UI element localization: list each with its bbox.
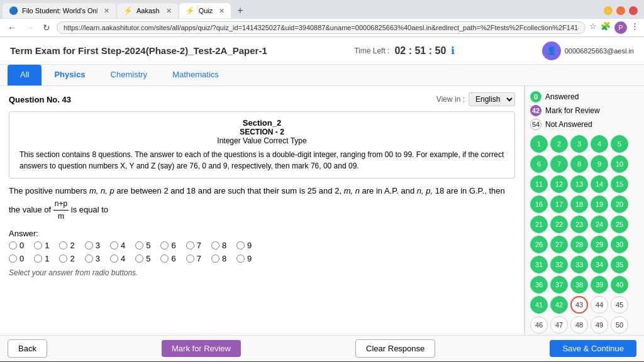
question-btn-48[interactable]: 48 — [570, 316, 588, 334]
question-btn-6[interactable]: 6 — [530, 155, 548, 173]
question-btn-25[interactable]: 25 — [611, 216, 628, 233]
question-btn-38[interactable]: 38 — [570, 276, 588, 293]
question-btn-23[interactable]: 23 — [570, 216, 588, 233]
question-btn-43[interactable]: 43 — [570, 296, 588, 314]
radio-input-row1-6[interactable] — [160, 241, 169, 250]
question-btn-19[interactable]: 19 — [591, 195, 608, 213]
extensions-icon[interactable]: 🧩 — [601, 21, 611, 34]
question-btn-8[interactable]: 8 — [570, 155, 588, 173]
radio-input-row1-3[interactable] — [85, 241, 93, 250]
question-btn-47[interactable]: 47 — [550, 316, 568, 334]
radio-input-row2-1[interactable] — [34, 255, 42, 263]
tab-all[interactable]: All — [8, 65, 42, 85]
radio-input-row1-7[interactable] — [186, 241, 194, 250]
question-btn-36[interactable]: 36 — [530, 276, 548, 293]
question-btn-46[interactable]: 46 — [530, 316, 548, 334]
question-btn-34[interactable]: 34 — [591, 256, 608, 273]
forward-nav-btn[interactable]: → — [23, 21, 36, 34]
question-btn-1[interactable]: 1 — [530, 135, 548, 153]
radio-input-row1-5[interactable] — [135, 241, 143, 250]
question-btn-49[interactable]: 49 — [591, 316, 608, 334]
radio-input-row2-0[interactable] — [9, 255, 17, 263]
radio-input-row2-9[interactable] — [236, 255, 245, 263]
question-btn-45[interactable]: 45 — [611, 296, 628, 314]
radio-input-row1-9[interactable] — [236, 241, 245, 250]
language-select[interactable]: English Hindi — [469, 92, 515, 106]
question-btn-40[interactable]: 40 — [611, 276, 628, 293]
question-btn-21[interactable]: 21 — [530, 216, 548, 233]
menu-icon[interactable]: ⋮ — [631, 21, 639, 34]
question-btn-28[interactable]: 28 — [570, 236, 588, 253]
question-btn-18[interactable]: 18 — [570, 195, 588, 213]
clear-response-button[interactable]: Clear Response — [355, 339, 435, 358]
question-btn-42[interactable]: 42 — [550, 296, 568, 314]
question-btn-3[interactable]: 3 — [570, 135, 588, 153]
question-btn-30[interactable]: 30 — [611, 236, 628, 253]
new-tab-button[interactable]: + — [232, 3, 248, 19]
question-btn-14[interactable]: 14 — [591, 175, 608, 193]
radio-input-row1-8[interactable] — [211, 241, 219, 250]
question-btn-5[interactable]: 5 — [611, 135, 628, 153]
question-btn-22[interactable]: 22 — [550, 216, 568, 233]
profile-icon[interactable]: P — [614, 21, 627, 34]
radio-input-row2-6[interactable] — [160, 255, 169, 263]
mark-for-review-button[interactable]: Mark for Review — [162, 340, 241, 357]
question-btn-2[interactable]: 2 — [550, 135, 568, 153]
radio-input-row2-5[interactable] — [135, 255, 143, 263]
maximize-btn[interactable] — [616, 6, 625, 15]
question-btn-50[interactable]: 50 — [611, 316, 628, 334]
question-btn-9[interactable]: 9 — [591, 155, 608, 173]
close-btn[interactable] — [629, 6, 638, 15]
question-btn-27[interactable]: 27 — [550, 236, 568, 253]
tab-close-aakash[interactable]: ✕ — [166, 7, 172, 15]
question-btn-7[interactable]: 7 — [550, 155, 568, 173]
question-btn-16[interactable]: 16 — [530, 195, 548, 213]
legend-not-answered: 54 Not Answered — [530, 119, 639, 130]
question-btn-20[interactable]: 20 — [611, 195, 628, 213]
minimize-btn[interactable] — [604, 6, 613, 15]
question-btn-33[interactable]: 33 — [570, 256, 588, 273]
reload-btn[interactable]: ↻ — [40, 21, 53, 34]
question-btn-44[interactable]: 44 — [591, 296, 608, 314]
back-button[interactable]: Back — [8, 339, 47, 358]
question-btn-32[interactable]: 32 — [550, 256, 568, 273]
view-in-label: View in : — [436, 95, 465, 104]
save-continue-button[interactable]: Save & Continue — [550, 340, 636, 357]
address-input[interactable] — [57, 21, 586, 34]
tab-mathematics[interactable]: Mathematics — [160, 65, 231, 85]
question-btn-13[interactable]: 13 — [570, 175, 588, 193]
radio-input-row1-1[interactable] — [34, 241, 42, 250]
question-btn-31[interactable]: 31 — [530, 256, 548, 273]
radio-input-row1-4[interactable] — [110, 241, 118, 250]
question-btn-12[interactable]: 12 — [550, 175, 568, 193]
tab-close-filo[interactable]: ✕ — [104, 7, 109, 15]
browser-tab-aakash[interactable]: ⚡ Aakash ✕ — [117, 3, 178, 18]
browser-tab-quiz[interactable]: ⚡ Quiz ✕ — [179, 3, 231, 18]
radio-input-row2-8[interactable] — [211, 255, 219, 263]
radio-input-row2-2[interactable] — [59, 255, 67, 263]
radio-input-row2-7[interactable] — [186, 255, 194, 263]
browser-tab-filo[interactable]: 🔵 Filo Student: World's Only Live In... … — [3, 3, 116, 18]
question-btn-37[interactable]: 37 — [550, 276, 568, 293]
question-btn-11[interactable]: 11 — [530, 175, 548, 193]
question-btn-10[interactable]: 10 — [611, 155, 628, 173]
question-btn-39[interactable]: 39 — [591, 276, 608, 293]
bookmark-icon[interactable]: ☆ — [589, 21, 597, 34]
question-btn-29[interactable]: 29 — [591, 236, 608, 253]
radio-input-row2-4[interactable] — [110, 255, 118, 263]
question-btn-24[interactable]: 24 — [591, 216, 608, 233]
tab-physics[interactable]: Physics — [42, 65, 97, 85]
back-nav-btn[interactable]: ← — [5, 21, 19, 34]
tab-chemistry[interactable]: Chemistry — [98, 65, 160, 85]
question-btn-17[interactable]: 17 — [550, 195, 568, 213]
info-icon[interactable]: ℹ — [451, 45, 455, 57]
question-btn-26[interactable]: 26 — [530, 236, 548, 253]
tab-close-quiz[interactable]: ✕ — [219, 7, 225, 15]
radio-input-row1-2[interactable] — [59, 241, 67, 250]
radio-input-row2-3[interactable] — [85, 255, 93, 263]
question-btn-35[interactable]: 35 — [611, 256, 628, 273]
question-btn-15[interactable]: 15 — [611, 175, 628, 193]
radio-input-row1-0[interactable] — [9, 241, 17, 250]
question-btn-4[interactable]: 4 — [591, 135, 608, 153]
question-btn-41[interactable]: 41 — [530, 296, 548, 314]
